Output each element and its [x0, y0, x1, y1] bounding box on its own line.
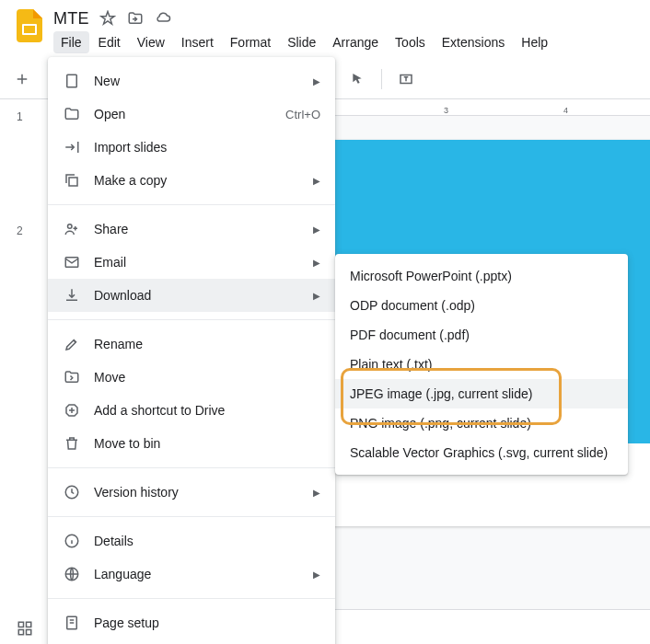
menu-extensions[interactable]: Extensions	[435, 31, 512, 53]
menu-open[interactable]: OpenCtrl+O	[48, 98, 335, 131]
menu-tools[interactable]: Tools	[388, 31, 433, 53]
menu-edit[interactable]: Edit	[91, 31, 128, 53]
slides-logo[interactable]	[11, 7, 48, 44]
menu-page-setup[interactable]: Page setup	[48, 606, 335, 639]
svg-rect-1	[24, 26, 35, 33]
thumb-1[interactable]: 1	[17, 110, 50, 123]
arrow-icon: ▶	[313, 488, 320, 498]
file-icon	[63, 73, 81, 89]
menu-view[interactable]: View	[130, 31, 172, 53]
menu-shortcut[interactable]: Add a shortcut to Drive	[48, 394, 335, 427]
menu-new[interactable]: New▶	[48, 64, 335, 98]
arrow-icon: ▶	[313, 76, 320, 86]
cloud-icon[interactable]	[154, 9, 172, 28]
share-icon	[63, 221, 81, 237]
file-dropdown: New▶ OpenCtrl+O Import slides Make a cop…	[48, 57, 335, 644]
copy-icon	[63, 172, 81, 189]
new-slide-button[interactable]	[9, 66, 35, 92]
download-submenu: Microsoft PowerPoint (.pptx) ODP documen…	[335, 254, 628, 475]
menu-share[interactable]: Share▶	[48, 213, 335, 246]
menu-slide[interactable]: Slide	[280, 31, 323, 53]
menu-rename[interactable]: Rename	[48, 328, 335, 361]
info-icon	[63, 533, 81, 549]
apps-grid-icon[interactable]	[17, 620, 33, 637]
svg-rect-5	[69, 178, 77, 186]
download-icon	[63, 287, 81, 304]
thumb-2[interactable]: 2	[17, 224, 50, 237]
menu-move[interactable]: Move	[48, 361, 335, 394]
rename-icon	[63, 336, 81, 352]
menu-language[interactable]: Language▶	[48, 558, 335, 591]
menu-details[interactable]: Details	[48, 524, 335, 558]
menu-email[interactable]: Email▶	[48, 246, 335, 279]
menu-download[interactable]: Download▶	[48, 279, 335, 312]
textbox-tool-icon[interactable]	[393, 66, 419, 92]
globe-icon	[63, 566, 81, 582]
svg-rect-16	[27, 622, 31, 627]
menu-bar: File Edit View Insert Format Slide Arran…	[53, 31, 555, 53]
arrow-icon: ▶	[313, 258, 320, 268]
page-icon	[63, 615, 81, 631]
menu-help[interactable]: Help	[514, 31, 555, 53]
menu-copy[interactable]: Make a copy▶	[48, 164, 335, 197]
menu-version[interactable]: Version history▶	[48, 476, 335, 509]
svg-rect-18	[27, 630, 31, 635]
download-txt[interactable]: Plain text (.txt)	[335, 350, 628, 379]
download-pptx[interactable]: Microsoft PowerPoint (.pptx)	[335, 261, 628, 291]
doc-title[interactable]: MTE	[53, 9, 89, 29]
email-icon	[63, 254, 81, 270]
svg-rect-15	[18, 622, 23, 627]
arrow-icon: ▶	[313, 291, 320, 301]
move-icon	[63, 369, 81, 385]
cursor-tool-icon[interactable]	[344, 66, 370, 92]
history-icon	[63, 484, 81, 500]
move-folder-icon[interactable]	[126, 9, 145, 28]
menu-insert[interactable]: Insert	[174, 31, 221, 53]
download-png[interactable]: PNG image (.png, current slide)	[335, 408, 628, 438]
svg-point-6	[68, 224, 73, 229]
arrow-icon: ▶	[313, 176, 320, 186]
download-pdf[interactable]: PDF document (.pdf)	[335, 320, 628, 350]
arrow-icon: ▶	[313, 569, 320, 580]
svg-rect-4	[67, 75, 77, 87]
trash-icon	[63, 435, 81, 452]
menu-format[interactable]: Format	[223, 31, 278, 53]
menu-preview[interactable]: Print preview	[48, 639, 335, 644]
star-icon[interactable]	[99, 9, 117, 28]
import-icon	[63, 139, 81, 155]
download-odp[interactable]: ODP document (.odp)	[335, 291, 628, 320]
download-jpg[interactable]: JPEG image (.jpg, current slide)	[335, 379, 628, 408]
menu-import[interactable]: Import slides	[48, 131, 335, 164]
folder-icon	[63, 106, 81, 122]
svg-rect-17	[18, 630, 23, 635]
download-svg[interactable]: Scalable Vector Graphics (.svg, current …	[335, 438, 628, 467]
shortcut-icon	[63, 402, 81, 419]
thumbnail-rail: 1 2	[0, 99, 50, 644]
app-bar: MTE File Edit View Insert Format Slide A…	[0, 0, 650, 59]
menu-file[interactable]: File	[53, 31, 89, 53]
menu-bin[interactable]: Move to bin	[48, 427, 335, 460]
menu-arrange[interactable]: Arrange	[325, 31, 386, 53]
arrow-icon: ▶	[313, 224, 320, 235]
